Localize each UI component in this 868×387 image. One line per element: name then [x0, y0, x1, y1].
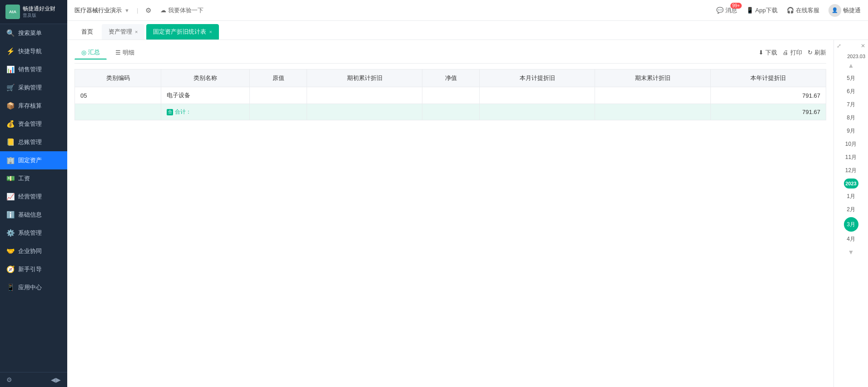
sidebar-item-fund[interactable]: 💰 资金管理 — [0, 115, 67, 133]
sales-icon: 📊 — [6, 65, 15, 74]
sidebar-label-purchase: 采购管理 — [18, 84, 42, 92]
row-monthly-depr — [480, 87, 595, 104]
sidebar-logo: AtA 畅捷通好业财 普及版 — [0, 0, 67, 24]
sidebar-label-guide: 新手引导 — [18, 265, 42, 273]
subtab-summary[interactable]: ◎ 汇总 — [74, 45, 107, 60]
sidebar-item-sales[interactable]: 📊 销售管理 — [0, 60, 67, 79]
settings-bottom-icon[interactable]: ⚙ — [6, 376, 12, 383]
sidebar-item-appcenter[interactable]: 📱 应用中心 — [0, 278, 67, 297]
report-area: ◎ 汇总 ☰ 明细 ⬇ 下载 🖨 打印 — [67, 40, 833, 387]
date-month-7[interactable]: 7月 — [847, 98, 855, 111]
sidebar-label-quicknav: 快捷导航 — [18, 47, 42, 55]
quicknav-icon: ⚡ — [6, 47, 15, 55]
download-btn[interactable]: 📱 App下载 — [746, 6, 778, 15]
date-month-8[interactable]: 8月 — [847, 111, 855, 124]
tab-assetmgmt[interactable]: 资产管理 × — [102, 24, 144, 40]
sidebar-item-enterprise[interactable]: 🤝 企业协同 — [0, 242, 67, 260]
sidebar-item-search[interactable]: 🔍 搜索菜单 — [0, 24, 67, 42]
sidebar: AtA 畅捷通好业财 普及版 🔍 搜索菜单 ⚡ 快捷导航 📊 销售管理 🛒 采购… — [0, 0, 67, 387]
message-btn[interactable]: 💬 消息 99+ — [716, 6, 737, 15]
subtotal-label-text: 合计： — [175, 108, 191, 116]
sysmanage-icon: ⚙️ — [6, 229, 15, 237]
sidebar-item-purchase[interactable]: 🛒 采购管理 — [0, 79, 67, 97]
sidebar-item-inventory[interactable]: 📦 库存核算 — [0, 97, 67, 115]
summary-icon: ◎ — [81, 49, 86, 56]
sidebar-item-basicinfo[interactable]: ℹ️ 基础信息 — [0, 206, 67, 224]
sidebar-item-payroll[interactable]: 💵 工资 — [0, 169, 67, 188]
date-month-4[interactable]: 4月 — [847, 233, 855, 246]
sidebar-label-operations: 经营管理 — [18, 193, 42, 201]
sidebar-item-quicknav[interactable]: ⚡ 快捷导航 — [0, 42, 67, 60]
sidebar-label-inventory: 库存核算 — [18, 102, 42, 110]
col-header-opening-depr: 期初累计折旧 — [307, 69, 422, 87]
col-header-original: 原值 — [250, 69, 307, 87]
topbar: 医疗器械行业演示 ▼ | ⚙ ☁ 我要体验一下 💬 消息 99+ 📱 App下载… — [67, 0, 868, 21]
sidebar-item-sysmanage[interactable]: ⚙️ 系统管理 — [0, 224, 67, 242]
row-ending-depr — [595, 87, 710, 104]
purchase-icon: 🛒 — [6, 84, 15, 92]
date-month-5[interactable]: 5月 — [847, 72, 855, 85]
logo-title: 畅捷通好业财 — [23, 5, 55, 13]
date-month-2[interactable]: 2月 — [847, 203, 855, 216]
sub-tabs-bar: ◎ 汇总 ☰ 明细 ⬇ 下载 🖨 打印 — [74, 45, 826, 64]
download-action-icon: ⬇ — [759, 49, 764, 56]
inventory-icon: 📦 — [6, 102, 15, 110]
sidebar-label-fund: 资金管理 — [18, 120, 42, 128]
fixedasset-icon: 🏢 — [6, 156, 15, 164]
ledger-icon: 📒 — [6, 138, 15, 146]
tabs-bar: 首页 资产管理 × 固定资产折旧统计表 × — [67, 21, 868, 40]
col-header-code: 类别编码 — [75, 69, 161, 87]
sidebar-item-guide[interactable]: 🧭 新手引导 — [0, 260, 67, 278]
content-area: ◎ 汇总 ☰ 明细 ⬇ 下载 🖨 打印 — [67, 40, 868, 387]
sidebar-label-ledger: 总账管理 — [18, 138, 42, 146]
col-header-netvalue: 净值 — [422, 69, 480, 87]
refresh-btn[interactable]: ↻ 刷新 — [808, 49, 826, 57]
row-code: 05 — [75, 87, 161, 104]
subtotal-opening-depr — [307, 104, 422, 120]
row-name: 电子设备 — [161, 87, 250, 104]
subtab-detail[interactable]: ☰ 明细 — [109, 45, 141, 60]
tab-depreciation[interactable]: 固定资产折旧统计表 × — [146, 24, 218, 40]
tab-home[interactable]: 首页 — [74, 24, 100, 40]
date-panel-close-icon[interactable]: ✕ — [861, 43, 865, 49]
tab-assetmgmt-close[interactable]: × — [135, 29, 138, 35]
print-btn[interactable]: 🖨 打印 — [783, 49, 802, 57]
company-selector[interactable]: 医疗器械行业演示 ▼ — [74, 6, 129, 15]
experience-btn[interactable]: ☁ 我要体验一下 — [160, 6, 203, 15]
logo-icon: AtA — [5, 5, 20, 19]
subtotal-code — [75, 104, 161, 120]
subtotal-label-cell: 合 合计： — [161, 104, 250, 120]
subtab-summary-label: 汇总 — [88, 48, 100, 56]
subtotal-netvalue — [422, 104, 480, 120]
sidebar-item-ledger[interactable]: 📒 总账管理 — [0, 133, 67, 151]
date-panel-expand-icon[interactable]: ⤢ — [837, 43, 841, 49]
date-month-9[interactable]: 9月 — [847, 124, 855, 138]
date-month-3-selected[interactable]: 3月 — [844, 217, 858, 232]
topbar-settings-icon[interactable]: ⚙ — [145, 6, 151, 15]
date-month-10[interactable]: 10月 — [845, 138, 857, 151]
download-btn[interactable]: ⬇ 下载 — [759, 49, 777, 57]
sidebar-menu: 🔍 搜索菜单 ⚡ 快捷导航 📊 销售管理 🛒 采购管理 📦 库存核算 💰 资金管… — [0, 24, 67, 372]
date-month-11[interactable]: 11月 — [845, 151, 857, 164]
subtotal-ending-depr — [595, 104, 710, 120]
service-btn[interactable]: 🎧 在线客服 — [787, 6, 819, 15]
sidebar-item-operations[interactable]: 📈 经营管理 — [0, 188, 67, 206]
sidebar-item-fixedasset[interactable]: 🏢 固定资产 — [0, 151, 67, 169]
sidebar-bottom: ⚙ ◀▶ — [0, 372, 67, 387]
date-month-12[interactable]: 12月 — [845, 164, 857, 177]
date-month-6[interactable]: 6月 — [847, 85, 855, 98]
subtab-detail-label: 明细 — [123, 49, 134, 57]
tab-depreciation-close[interactable]: × — [209, 29, 212, 35]
operations-icon: 📈 — [6, 193, 15, 201]
sidebar-label-basicinfo: 基础信息 — [18, 211, 42, 219]
col-header-ending-depr: 期末累计折旧 — [595, 69, 710, 87]
sidebar-label-enterprise: 企业协同 — [18, 247, 42, 255]
search-icon: 🔍 — [6, 29, 15, 37]
user-area[interactable]: 👤 畅捷通 — [828, 4, 861, 17]
collapse-icon[interactable]: ◀▶ — [51, 376, 61, 383]
col-header-annual-depr: 本年计提折旧 — [710, 69, 826, 87]
date-nav-down[interactable]: ▼ — [848, 246, 854, 258]
fund-icon: 💰 — [6, 120, 15, 128]
date-month-1[interactable]: 1月 — [847, 190, 855, 203]
date-nav-up[interactable]: ▲ — [848, 59, 854, 72]
